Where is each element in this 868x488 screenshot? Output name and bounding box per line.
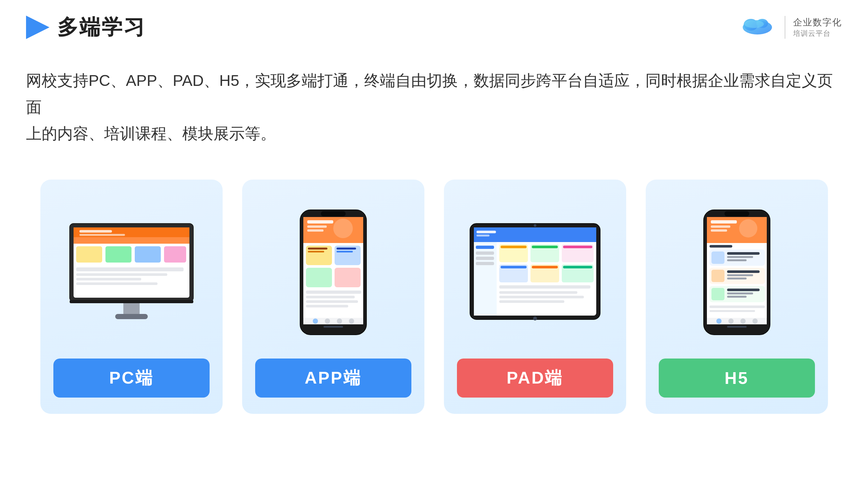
svg-rect-19 <box>123 301 140 315</box>
svg-rect-72 <box>563 246 592 248</box>
svg-rect-57 <box>476 252 494 255</box>
logo-text-group: 企业数字化 培训云平台 <box>793 16 842 39</box>
svg-point-51 <box>534 224 536 227</box>
description-section: 网校支持PC、APP、PAD、H5，实现多端打通，终端自由切换，数据同步跨平台自… <box>26 67 842 147</box>
svg-rect-39 <box>306 296 355 298</box>
svg-rect-93 <box>727 274 753 276</box>
page-title: 多端学习 <box>57 13 146 41</box>
tablet-svg <box>467 220 603 324</box>
svg-rect-84 <box>710 245 732 248</box>
svg-rect-21 <box>70 300 193 303</box>
card-app-image <box>255 199 411 346</box>
svg-point-26 <box>333 219 353 238</box>
card-pc-label: PC端 <box>53 359 210 397</box>
svg-rect-37 <box>335 268 361 287</box>
svg-rect-52 <box>474 227 596 242</box>
svg-rect-88 <box>727 256 753 258</box>
svg-rect-107 <box>727 326 747 328</box>
svg-point-4 <box>744 20 764 28</box>
svg-rect-38 <box>306 291 361 294</box>
svg-rect-47 <box>323 326 343 328</box>
svg-point-50 <box>533 317 537 321</box>
logo-right: 企业数字化 培训云平台 <box>738 14 842 40</box>
svg-rect-10 <box>80 234 125 236</box>
svg-rect-71 <box>532 246 558 248</box>
svg-marker-0 <box>26 15 50 39</box>
play-icon <box>26 15 50 39</box>
svg-rect-56 <box>476 246 494 249</box>
svg-rect-89 <box>727 259 747 261</box>
svg-rect-41 <box>306 305 348 307</box>
svg-rect-16 <box>76 273 167 276</box>
logo-divider <box>785 16 785 39</box>
svg-point-46 <box>349 319 354 324</box>
svg-rect-54 <box>476 234 490 236</box>
svg-point-44 <box>325 319 330 324</box>
phone-app-svg <box>298 207 369 337</box>
phone-h5-svg <box>701 207 773 337</box>
svg-rect-42 <box>303 318 363 324</box>
svg-rect-33 <box>308 251 324 253</box>
svg-rect-101 <box>710 310 755 312</box>
svg-rect-59 <box>476 262 494 265</box>
svg-rect-11 <box>76 246 102 263</box>
svg-rect-35 <box>337 251 353 253</box>
svg-rect-99 <box>727 296 747 298</box>
card-pad: PAD端 <box>444 180 626 414</box>
svg-rect-75 <box>563 266 592 268</box>
svg-rect-86 <box>711 252 724 264</box>
svg-rect-58 <box>476 257 494 260</box>
svg-rect-17 <box>76 278 141 281</box>
card-h5-image <box>659 199 815 346</box>
svg-point-106 <box>752 319 758 324</box>
svg-rect-96 <box>711 288 724 300</box>
svg-point-104 <box>728 319 734 324</box>
description-line2: 上的内容、培训课程、模块展示等。 <box>26 125 276 142</box>
svg-rect-36 <box>306 268 332 287</box>
svg-rect-29 <box>307 229 323 232</box>
svg-rect-66 <box>499 285 590 289</box>
svg-rect-97 <box>727 289 760 291</box>
card-pc-image <box>53 199 210 346</box>
svg-point-80 <box>739 219 757 237</box>
svg-point-45 <box>337 319 342 324</box>
svg-rect-40 <box>306 300 358 303</box>
logo-tagline2: 培训云平台 <box>793 29 842 39</box>
card-pad-label: PAD端 <box>457 359 613 397</box>
svg-rect-92 <box>727 270 760 273</box>
monitor-svg <box>63 220 200 324</box>
svg-rect-87 <box>727 252 760 255</box>
svg-rect-53 <box>476 231 496 233</box>
cloud-logo-icon <box>738 14 777 40</box>
card-h5-label: H5 <box>659 359 815 397</box>
svg-rect-73 <box>501 266 527 268</box>
svg-rect-20 <box>115 314 148 319</box>
cards-section: PC端 <box>26 180 842 414</box>
card-app: APP端 <box>242 180 425 414</box>
svg-rect-32 <box>308 248 328 250</box>
svg-rect-83 <box>711 229 727 232</box>
svg-rect-24 <box>321 211 346 216</box>
svg-rect-70 <box>501 246 527 248</box>
svg-rect-27 <box>307 220 333 224</box>
logo-left: 多端学习 <box>26 13 146 41</box>
logo-tagline1: 企业数字化 <box>793 16 842 29</box>
card-h5: H5 <box>646 180 828 414</box>
svg-rect-100 <box>710 305 765 308</box>
svg-point-105 <box>740 319 746 324</box>
header: 多端学习 企业数字化 培训云平台 <box>0 0 868 41</box>
svg-rect-14 <box>164 246 186 263</box>
svg-rect-81 <box>711 220 737 224</box>
svg-rect-67 <box>499 291 577 294</box>
svg-rect-18 <box>76 282 157 285</box>
svg-rect-74 <box>532 266 558 268</box>
svg-rect-102 <box>707 318 767 324</box>
description-line1: 网校支持PC、APP、PAD、H5，实现多端打通，终端自由切换，数据同步跨平台自… <box>26 72 833 116</box>
svg-rect-94 <box>727 278 747 280</box>
svg-rect-12 <box>105 246 131 263</box>
svg-rect-34 <box>337 248 356 250</box>
svg-rect-78 <box>724 211 749 216</box>
card-pc: PC端 <box>40 180 223 414</box>
svg-rect-28 <box>307 225 327 228</box>
svg-rect-13 <box>135 246 161 263</box>
